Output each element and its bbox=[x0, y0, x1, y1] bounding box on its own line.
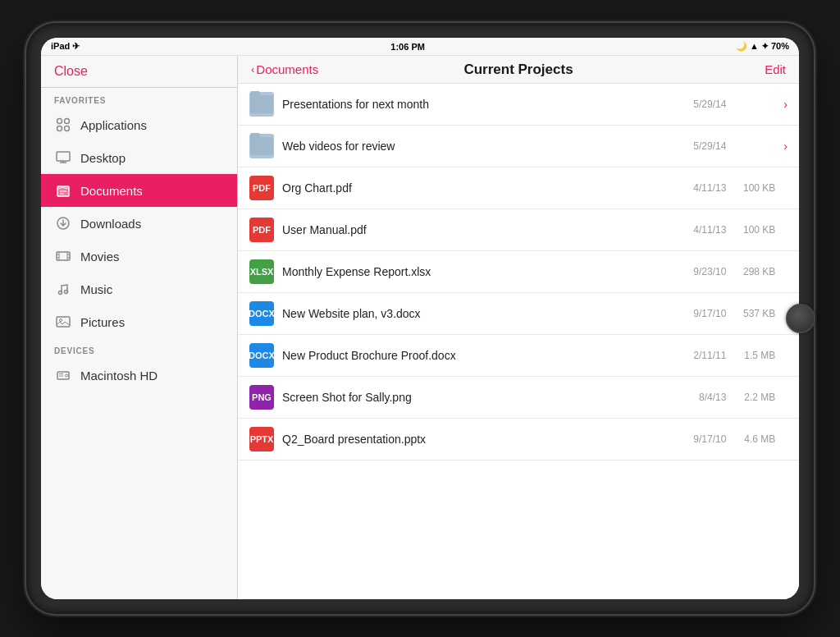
sidebar-item-label-music: Music bbox=[80, 282, 112, 296]
sidebar-item-label-documents: Documents bbox=[80, 184, 143, 198]
file-size: 100 KB bbox=[734, 182, 775, 194]
table-row[interactable]: PPTX Q2_Board presentation.pptx 9/17/10 … bbox=[238, 419, 799, 461]
file-name: Q2_Board presentation.pptx bbox=[282, 433, 669, 446]
pdf-icon: PDF bbox=[249, 218, 274, 242]
file-date: 5/29/14 bbox=[677, 140, 726, 152]
main-content: ‹ Documents Current Projects Edit Presen… bbox=[238, 56, 799, 599]
sidebar-item-label-pictures: Pictures bbox=[80, 315, 125, 329]
svg-rect-4 bbox=[57, 152, 70, 161]
main-header: ‹ Documents Current Projects Edit bbox=[238, 56, 799, 84]
folder-icon bbox=[249, 92, 274, 117]
xlsx-icon: XLSX bbox=[249, 259, 274, 284]
file-date: 4/11/13 bbox=[677, 224, 726, 236]
file-name: New Website plan, v3.docx bbox=[282, 307, 669, 320]
macintosh-hd-icon bbox=[54, 366, 72, 384]
status-icons: 🌙 ▲ ✦ 70% bbox=[736, 41, 789, 52]
status-time: 1:06 PM bbox=[390, 42, 425, 52]
sidebar-item-movies[interactable]: Movies bbox=[41, 240, 237, 273]
status-bar: iPad ✈ 1:06 PM 🌙 ▲ ✦ 70% bbox=[41, 38, 799, 56]
status-right: 🌙 ▲ ✦ 70% bbox=[736, 41, 789, 52]
file-name: Org Chart.pdf bbox=[282, 181, 669, 195]
sidebar-item-label-movies: Movies bbox=[80, 250, 120, 264]
sidebar-item-music[interactable]: Music bbox=[41, 273, 237, 305]
docx-icon: DOCX bbox=[249, 343, 274, 368]
file-date: 4/11/13 bbox=[677, 182, 726, 194]
table-row[interactable]: DOCX New Website plan, v3.docx 9/17/10 5… bbox=[238, 293, 799, 335]
file-list: Presentations for next month 5/29/14 › W… bbox=[238, 84, 799, 599]
sidebar: Close FAVORITES Applications bbox=[41, 56, 238, 599]
folder-icon bbox=[249, 134, 274, 158]
table-row[interactable]: Web videos for review 5/29/14 › bbox=[238, 126, 799, 167]
edit-button[interactable]: Edit bbox=[765, 62, 786, 76]
breadcrumb-label: Documents bbox=[256, 62, 318, 76]
page-title: Current Projects bbox=[463, 62, 573, 78]
table-row[interactable]: PDF Org Chart.pdf 4/11/13 100 KB › bbox=[238, 167, 799, 209]
svg-point-23 bbox=[66, 374, 68, 377]
file-name: Monthly Expense Report.xlsx bbox=[282, 265, 669, 278]
svg-point-19 bbox=[65, 291, 68, 294]
downloads-icon bbox=[54, 214, 72, 232]
sidebar-item-macintosh-hd[interactable]: Macintosh HD bbox=[41, 359, 237, 392]
sidebar-item-desktop[interactable]: Desktop bbox=[41, 141, 237, 174]
file-date: 9/17/10 bbox=[677, 308, 726, 319]
breadcrumb-back[interactable]: ‹ Documents bbox=[251, 62, 318, 76]
file-date: 9/17/10 bbox=[677, 433, 726, 445]
table-row[interactable]: PDF User Manual.pdf 4/11/13 100 KB › bbox=[238, 209, 799, 251]
pictures-icon bbox=[54, 313, 72, 331]
sidebar-item-label-desktop: Desktop bbox=[80, 151, 126, 165]
music-icon bbox=[54, 280, 72, 298]
file-size: 4.6 MB bbox=[734, 433, 775, 445]
device-label: iPad ✈ bbox=[51, 41, 80, 52]
sidebar-header: Close bbox=[41, 56, 237, 88]
file-date: 2/11/11 bbox=[677, 350, 726, 361]
svg-point-18 bbox=[59, 291, 62, 295]
svg-rect-20 bbox=[57, 317, 70, 327]
file-size: 1.5 MB bbox=[734, 350, 775, 361]
close-button[interactable]: Close bbox=[54, 64, 88, 78]
file-name: Web videos for review bbox=[282, 140, 669, 153]
sidebar-item-pictures[interactable]: Pictures bbox=[41, 305, 237, 338]
sidebar-item-applications[interactable]: Applications bbox=[41, 108, 237, 141]
desktop-icon bbox=[54, 149, 72, 167]
tablet-frame: iPad ✈ 1:06 PM 🌙 ▲ ✦ 70% Close FAVORITES bbox=[26, 23, 814, 614]
app-content: Close FAVORITES Applications bbox=[41, 56, 799, 599]
devices-label: DEVICES bbox=[41, 338, 237, 359]
file-date: 8/4/13 bbox=[677, 392, 726, 403]
file-name: Screen Shot for Sally.png bbox=[282, 391, 669, 404]
docx-icon: DOCX bbox=[249, 301, 274, 326]
table-row[interactable]: XLSX Monthly Expense Report.xlsx 9/23/10… bbox=[238, 251, 799, 293]
breadcrumb-chevron-icon: ‹ bbox=[251, 63, 254, 76]
svg-point-2 bbox=[57, 126, 62, 131]
sidebar-item-label-applications: Applications bbox=[80, 118, 147, 132]
applications-icon bbox=[54, 116, 72, 134]
svg-point-1 bbox=[65, 119, 70, 124]
favorites-label: FAVORITES bbox=[41, 88, 237, 108]
table-row[interactable]: Presentations for next month 5/29/14 › bbox=[238, 84, 799, 126]
chevron-right-icon: › bbox=[783, 140, 788, 153]
svg-point-21 bbox=[60, 319, 62, 322]
svg-point-3 bbox=[65, 126, 70, 131]
file-name: New Product Brochure Proof.docx bbox=[282, 349, 669, 362]
file-size: 2.2 MB bbox=[734, 392, 775, 403]
file-name: Presentations for next month bbox=[282, 98, 669, 111]
svg-rect-11 bbox=[57, 252, 70, 260]
pptx-icon: PPTX bbox=[249, 427, 274, 451]
table-row[interactable]: PNG Screen Shot for Sally.png 8/4/13 2.2… bbox=[238, 377, 799, 419]
file-date: 5/29/14 bbox=[677, 99, 726, 110]
file-size: 100 KB bbox=[734, 224, 775, 236]
status-left: iPad ✈ bbox=[51, 41, 80, 52]
svg-point-0 bbox=[57, 119, 62, 124]
sidebar-item-label-macintosh-hd: Macintosh HD bbox=[80, 369, 158, 383]
tablet-screen: iPad ✈ 1:06 PM 🌙 ▲ ✦ 70% Close FAVORITES bbox=[41, 38, 799, 599]
pdf-icon: PDF bbox=[249, 176, 274, 200]
table-row[interactable]: DOCX New Product Brochure Proof.docx 2/1… bbox=[238, 335, 799, 377]
sidebar-item-downloads[interactable]: Downloads bbox=[41, 207, 237, 240]
file-name: User Manual.pdf bbox=[282, 223, 669, 236]
chevron-right-icon: › bbox=[783, 98, 788, 111]
documents-icon bbox=[54, 181, 72, 199]
png-icon: PNG bbox=[249, 385, 274, 410]
home-button[interactable] bbox=[786, 304, 815, 333]
file-size: 298 KB bbox=[734, 266, 775, 277]
movies-icon bbox=[54, 247, 72, 265]
sidebar-item-documents[interactable]: Documents bbox=[41, 174, 237, 207]
